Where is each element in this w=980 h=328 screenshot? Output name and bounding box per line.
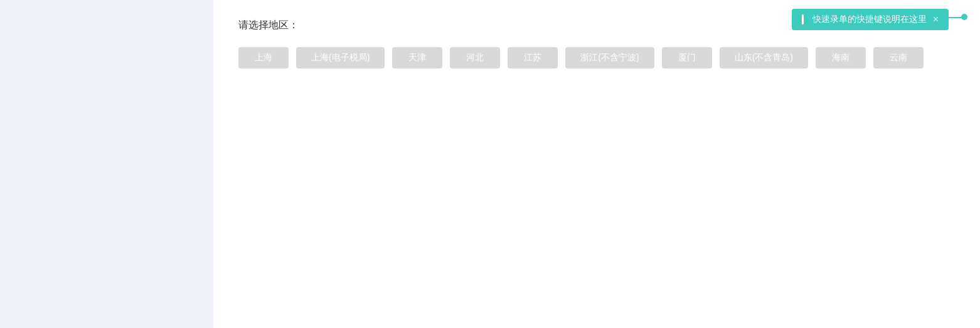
- connector-line: [947, 17, 962, 18]
- region-btn-shanghai[interactable]: 上海: [238, 47, 289, 68]
- region-btn-tianjin[interactable]: 天津: [392, 47, 442, 68]
- region-btn-shandong[interactable]: 山东(不含青岛): [720, 47, 808, 68]
- region-btn-xiamen[interactable]: 厦门: [662, 47, 712, 68]
- tooltip-banner: 快速录单的快捷键说明在这里 ×: [792, 9, 949, 30]
- region-buttons: 上海上海(电子税局)天津河北江苏浙江(不含宁波)厦门山东(不含青岛)海南云南: [238, 47, 955, 68]
- tooltip-close-button[interactable]: ×: [933, 14, 939, 25]
- region-btn-yunnan[interactable]: 云南: [873, 47, 924, 68]
- region-btn-hebei[interactable]: 河北: [450, 47, 500, 68]
- region-btn-hainan[interactable]: 海南: [816, 47, 866, 68]
- tooltip-text: 快速录单的快捷键说明在这里: [812, 14, 927, 25]
- main-content: 请选择地区： 上海上海(电子税局)天津河北江苏浙江(不含宁波)厦门山东(不含青岛…: [213, 0, 980, 328]
- region-btn-jiangsu[interactable]: 江苏: [508, 47, 558, 68]
- left-sidebar: [0, 0, 213, 328]
- region-btn-shanghai-etax[interactable]: 上海(电子税局): [296, 47, 385, 68]
- connector-dot: [961, 14, 967, 20]
- region-btn-zhejiang[interactable]: 浙江(不含宁波): [565, 47, 654, 68]
